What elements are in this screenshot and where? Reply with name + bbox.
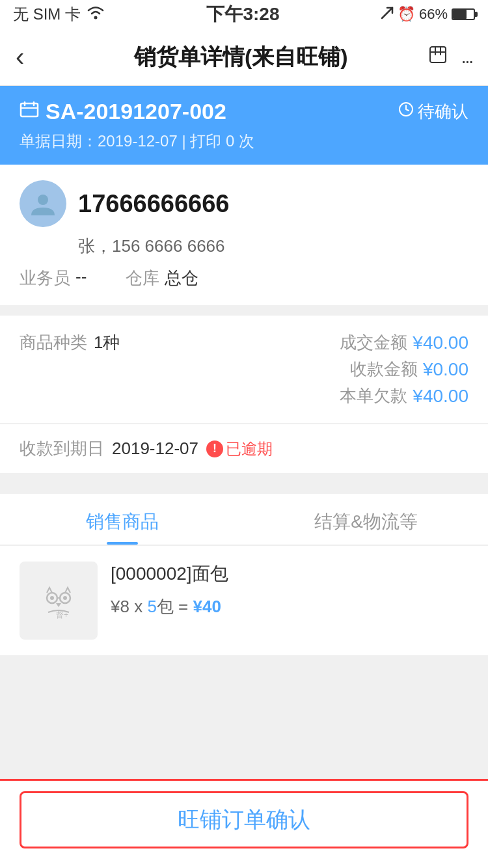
- status-left: 无 SIM 卡: [13, 4, 105, 25]
- nav-bar: ‹ 销货单详情(来自旺铺) ...: [0, 29, 488, 86]
- status-clock-icon: [398, 102, 414, 122]
- share-icon[interactable]: [427, 44, 448, 70]
- status-bar: 无 SIM 卡 下午3:28 ⏰ 66%: [0, 0, 488, 29]
- product-qty: 5: [147, 597, 156, 616]
- back-button[interactable]: ‹: [16, 42, 55, 72]
- status-right: ⏰ 66%: [381, 5, 475, 23]
- confirm-button-label: 旺铺订单确认: [178, 805, 310, 835]
- more-icon[interactable]: ...: [461, 47, 472, 68]
- wifi-icon: [86, 5, 105, 23]
- battery-percent: 66%: [419, 6, 448, 23]
- debt-amount-value: ¥40.00: [413, 386, 468, 407]
- svg-point-4: [38, 195, 48, 205]
- due-row: 收款到期日 2019-12-07 ! 已逾期: [20, 437, 468, 460]
- overdue-badge: ! 已逾期: [206, 439, 273, 459]
- order-id-text: SA-20191207-002: [46, 99, 226, 124]
- svg-rect-1: [430, 47, 446, 62]
- due-section: 收款到期日 2019-12-07 ! 已逾期: [0, 424, 488, 473]
- tabs-section: 销售商品 结算&物流等: [0, 494, 488, 545]
- debt-amount-row: 本单欠款 ¥40.00: [340, 385, 468, 407]
- product-thumbnail: 督+: [20, 562, 98, 640]
- salesperson-meta: 业务员 --: [20, 267, 87, 290]
- confirm-button[interactable]: 旺铺订单确认: [20, 791, 468, 848]
- due-label: 收款到期日: [20, 437, 104, 460]
- customer-section: 17666666666 张，156 6666 6666 业务员 -- 仓库 总仓: [0, 165, 488, 305]
- product-price: ¥8 x 5包 = ¥40: [111, 595, 468, 618]
- bottom-bar: 旺铺订单确认: [0, 779, 488, 868]
- debt-amount-label: 本单欠款: [340, 385, 407, 407]
- page-title: 销货单详情(来自旺铺): [134, 42, 348, 72]
- summary-section: 商品种类 1种 成交金额 ¥40.00 收款金额 ¥0.00 本单欠款 ¥40.…: [0, 316, 488, 423]
- product-total: ¥40: [193, 597, 221, 616]
- tab-settlement-label: 结算&物流等: [314, 511, 418, 532]
- customer-name: 张，156 6666 6666: [20, 235, 468, 258]
- warehouse-meta: 仓库 总仓: [126, 267, 198, 290]
- received-amount-row: 收款金额 ¥0.00: [350, 358, 468, 381]
- order-id-icon: [20, 101, 39, 122]
- goods-type-info: 商品种类 1种: [20, 331, 120, 354]
- svg-point-0: [94, 16, 98, 20]
- location-icon: [381, 5, 394, 23]
- svg-point-7: [50, 596, 54, 600]
- product-item: 督+ [0000002]面包 ¥8 x 5包 = ¥40: [20, 562, 468, 640]
- amounts-info: 成交金额 ¥40.00 收款金额 ¥0.00 本单欠款 ¥40.00: [340, 331, 468, 407]
- nav-right-actions: ...: [427, 44, 472, 70]
- overdue-label: 已逾期: [226, 439, 273, 459]
- tab-products[interactable]: 销售商品: [0, 494, 244, 545]
- avatar: [20, 180, 66, 227]
- time-label: 下午3:28: [206, 2, 279, 27]
- divider-1: [0, 305, 488, 316]
- tab-products-label: 销售商品: [86, 511, 159, 532]
- goods-type-label: 商品种类: [20, 331, 87, 354]
- product-info: [0000002]面包 ¥8 x 5包 = ¥40: [111, 562, 468, 618]
- goods-type-value: 1种: [94, 331, 120, 354]
- product-name: [0000002]面包: [111, 562, 468, 586]
- transaction-amount-row: 成交金额 ¥40.00: [340, 331, 468, 354]
- tabs-row: 销售商品 结算&物流等: [0, 494, 488, 545]
- warehouse-value: 总仓: [165, 267, 198, 290]
- battery-icon: [452, 8, 475, 20]
- customer-phone: 17666666666: [78, 190, 229, 218]
- salesperson-label: 业务员: [20, 267, 70, 290]
- carrier-label: 无 SIM 卡: [13, 4, 81, 25]
- svg-rect-2: [21, 103, 38, 116]
- order-date: 单据日期：2019-12-07 | 打印 0 次: [20, 131, 468, 152]
- price-formula: ¥8 x 5包 = ¥40: [111, 597, 221, 616]
- order-header-top: SA-20191207-002 待确认: [20, 99, 468, 124]
- customer-meta: 业务员 -- 仓库 总仓: [20, 267, 468, 290]
- order-header: SA-20191207-002 待确认 单据日期：2019-12-07 | 打印…: [0, 86, 488, 165]
- due-date-value: 2019-12-07: [112, 439, 198, 459]
- tab-settlement[interactable]: 结算&物流等: [244, 494, 488, 545]
- received-amount-label: 收款金额: [350, 358, 418, 381]
- transaction-amount-value: ¥40.00: [413, 332, 468, 353]
- warehouse-label: 仓库: [126, 267, 159, 290]
- svg-point-8: [63, 596, 67, 600]
- product-section: 督+ [0000002]面包 ¥8 x 5包 = ¥40: [0, 546, 488, 655]
- order-status: 待确认: [398, 100, 468, 123]
- received-amount-value: ¥0.00: [423, 359, 468, 380]
- transaction-amount-label: 成交金额: [340, 331, 407, 354]
- divider-2: [0, 473, 488, 483]
- salesperson-value: --: [75, 267, 87, 290]
- customer-top: 17666666666: [20, 180, 468, 227]
- alarm-icon: ⏰: [398, 6, 415, 23]
- overdue-icon: !: [206, 441, 223, 457]
- svg-text:督+: 督+: [56, 610, 68, 619]
- summary-row: 商品种类 1种 成交金额 ¥40.00 收款金额 ¥0.00 本单欠款 ¥40.…: [20, 331, 468, 407]
- order-id: SA-20191207-002: [20, 99, 226, 124]
- status-label: 待确认: [418, 100, 468, 123]
